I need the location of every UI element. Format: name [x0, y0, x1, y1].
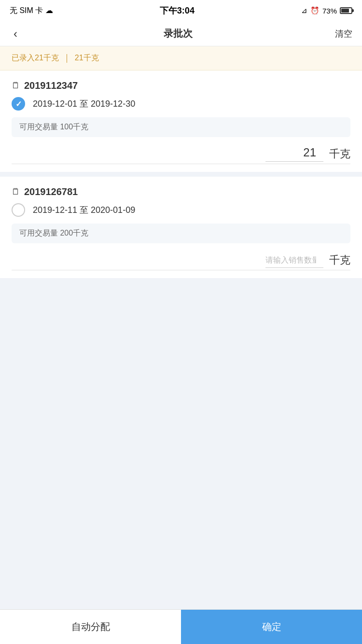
- content-area: [0, 278, 362, 447]
- auto-assign-button[interactable]: 自动分配: [0, 610, 181, 644]
- status-right: ⊿ ⏰ 73%: [301, 6, 352, 15]
- back-button[interactable]: ‹: [10, 23, 21, 44]
- batch-date-2: 2019-12-11 至 2020-01-09: [33, 204, 135, 216]
- batch-id-row-2: 🗒 2019126781: [12, 186, 350, 197]
- battery-percent: 73%: [322, 7, 337, 15]
- bottom-bar: 自动分配 确定: [0, 609, 362, 644]
- alarm-icon: ⏰: [310, 6, 320, 15]
- info-divider: [67, 54, 67, 63]
- entered-amount-label: 已录入21千克: [12, 53, 59, 63]
- nav-bar: ‹ 录批次 清空: [0, 21, 362, 46]
- radio-1[interactable]: [12, 97, 25, 111]
- radio-2[interactable]: [12, 203, 25, 217]
- batch-date-row-1[interactable]: 2019-12-01 至 2019-12-30: [12, 97, 350, 111]
- entered-amount-value: 21千克: [75, 53, 99, 63]
- batch-amount-input-1[interactable]: [265, 146, 323, 162]
- batch-amount-row-2: 千克: [12, 250, 350, 268]
- document-icon-2: 🗒: [12, 187, 20, 197]
- status-left: 无 SIM 卡 ☁: [10, 6, 53, 16]
- batch-amount-row-1: 千克: [12, 144, 350, 162]
- page-title: 录批次: [164, 27, 193, 40]
- clear-button[interactable]: 清空: [335, 28, 352, 40]
- batch-card-1: 🗒 2019112347 2019-12-01 至 2019-12-30 可用交…: [0, 70, 362, 172]
- separator-2: [12, 270, 350, 270]
- batch-id-1: 2019112347: [24, 80, 78, 91]
- battery-icon: [340, 7, 352, 14]
- batch-amount-input-2[interactable]: [265, 252, 323, 268]
- location-icon: ⊿: [301, 6, 307, 15]
- batch-unit-2: 千克: [329, 253, 350, 267]
- section-gap: [0, 172, 362, 177]
- batch-date-1: 2019-12-01 至 2019-12-30: [33, 98, 135, 110]
- batch-card-2: 🗒 2019126781 2019-12-11 至 2020-01-09 可用交…: [0, 177, 362, 278]
- document-icon-1: 🗒: [12, 81, 20, 91]
- status-bar: 无 SIM 卡 ☁ 下午3:04 ⊿ ⏰ 73%: [0, 0, 362, 21]
- status-time: 下午3:04: [160, 5, 195, 16]
- sim-status: 无 SIM 卡 ☁: [10, 6, 53, 16]
- batch-unit-1: 千克: [329, 147, 350, 161]
- batch-id-row-1: 🗒 2019112347: [12, 80, 350, 91]
- batch-date-row-2[interactable]: 2019-12-11 至 2020-01-09: [12, 203, 350, 217]
- confirm-button[interactable]: 确定: [181, 610, 362, 644]
- batch-available-2: 可用交易量 200千克: [12, 224, 350, 243]
- info-banner: 已录入21千克 21千克: [0, 46, 362, 70]
- separator-1: [12, 164, 350, 164]
- batch-available-1: 可用交易量 100千克: [12, 117, 350, 137]
- batch-id-2: 2019126781: [24, 186, 78, 197]
